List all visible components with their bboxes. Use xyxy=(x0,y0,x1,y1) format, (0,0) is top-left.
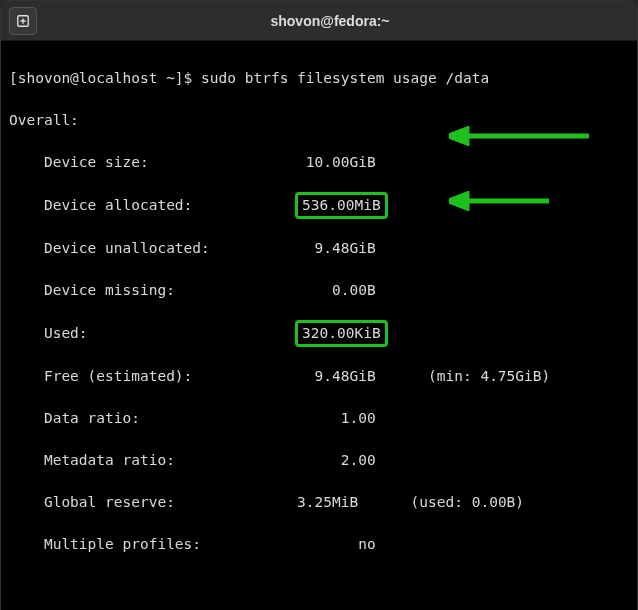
new-tab-button[interactable] xyxy=(9,7,37,35)
terminal-window: shovon@fedora:~ [shovon@localhost ~]$ su… xyxy=(0,0,638,610)
titlebar: shovon@fedora:~ xyxy=(1,1,637,41)
window-title: shovon@fedora:~ xyxy=(37,13,623,29)
free-estimated-min: (min: 4.75GiB) xyxy=(376,368,551,384)
data-ratio-value: 1.00 xyxy=(341,410,376,426)
svg-marker-6 xyxy=(449,194,467,208)
data-ratio-label: Data ratio: xyxy=(9,410,341,426)
device-size-label: Device size: xyxy=(9,154,306,170)
device-unallocated-value: 9.48GiB xyxy=(315,240,376,256)
global-reserve-value: 3.25MiB xyxy=(297,494,358,510)
annotation-arrow-icon xyxy=(449,126,589,146)
new-tab-icon xyxy=(16,14,30,28)
free-estimated-value: 9.48GiB xyxy=(315,368,376,384)
device-allocated-value: 536.00MiB xyxy=(295,192,388,219)
terminal-body[interactable]: [shovon@localhost ~]$ sudo btrfs filesys… xyxy=(1,41,637,610)
device-unallocated-label: Device unallocated: xyxy=(9,240,315,256)
command-text: sudo btrfs filesystem usage /data xyxy=(201,70,489,86)
annotation-arrow-icon xyxy=(449,191,549,211)
multiple-profiles-value: no xyxy=(358,536,375,552)
prompt: [shovon@localhost ~]$ xyxy=(9,70,201,86)
device-missing-value: 0.00B xyxy=(332,282,376,298)
device-allocated-label: Device allocated: xyxy=(9,197,297,213)
used-value: 320.00KiB xyxy=(295,320,388,347)
svg-marker-4 xyxy=(449,129,467,143)
global-reserve-label: Global reserve: xyxy=(9,494,297,510)
metadata-ratio-label: Metadata ratio: xyxy=(9,452,341,468)
global-reserve-used: (used: 0.00B) xyxy=(358,494,524,510)
multiple-profiles-label: Multiple profiles: xyxy=(9,536,358,552)
metadata-ratio-value: 2.00 xyxy=(341,452,376,468)
used-label: Used: xyxy=(9,325,297,341)
device-size-value: 10.00GiB xyxy=(306,154,376,170)
free-estimated-label: Free (estimated): xyxy=(9,368,315,384)
device-missing-label: Device missing: xyxy=(9,282,332,298)
